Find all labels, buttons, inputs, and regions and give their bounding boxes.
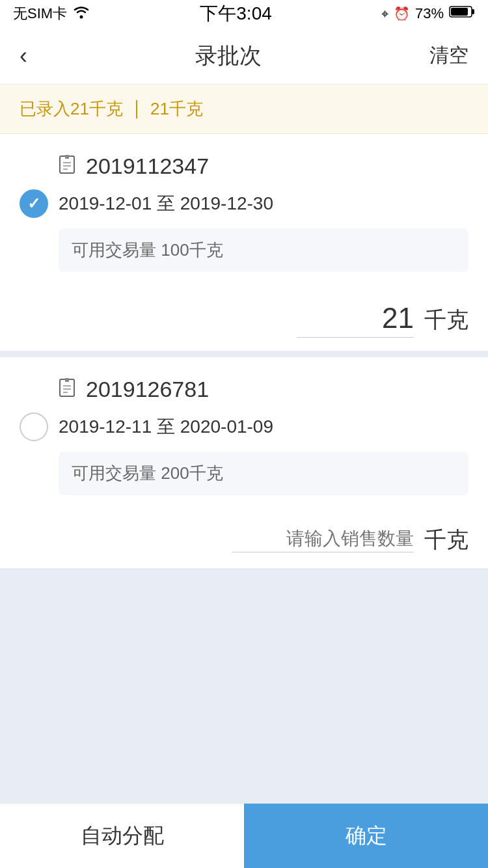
quantity-input-2[interactable]	[232, 528, 414, 549]
svg-point-0	[80, 16, 83, 19]
confirm-button[interactable]: 确定	[244, 804, 488, 868]
batch-date-row-1[interactable]: 2019-12-01 至 2019-12-30	[20, 189, 468, 218]
quantity-display-1: 21 千克	[0, 295, 488, 351]
svg-rect-5	[65, 155, 69, 159]
batch-date-1: 2019-12-01 至 2019-12-30	[59, 191, 273, 216]
footer: 自动分配 确定	[0, 803, 488, 868]
quantity-unit-1: 千克	[424, 305, 468, 335]
batch-header-2: 2019126781	[20, 377, 468, 402]
batch-icon-2	[59, 377, 79, 402]
nav-bar: ‹ 录批次 清空	[0, 27, 488, 85]
batch-item-1: 2019112347 2019-12-01 至 2019-12-30 可用交易量…	[0, 134, 488, 295]
batch-date-2: 2019-12-11 至 2020-01-09	[59, 414, 273, 439]
info-divider	[136, 100, 137, 118]
status-time: 下午3:04	[200, 1, 272, 26]
battery-icon	[449, 5, 475, 22]
quantity-value-1: 21	[382, 302, 414, 334]
batch-header-1: 2019112347	[20, 154, 468, 179]
status-bar: 无SIM卡 下午3:04 ⌖ ⏰ 73%	[0, 0, 488, 27]
auto-distribute-button[interactable]: 自动分配	[0, 804, 244, 868]
info-value: 21千克	[150, 98, 203, 120]
page-title: 录批次	[195, 41, 262, 71]
batch-icon-1	[59, 154, 79, 179]
no-sim-text: 无SIM卡	[13, 4, 67, 23]
available-qty-1: 可用交易量 100千克	[59, 228, 468, 272]
batch-item-2: 2019126781 2019-12-11 至 2020-01-09 可用交易量…	[0, 357, 488, 519]
back-button[interactable]: ‹	[20, 42, 27, 70]
batch-id-2: 2019126781	[86, 377, 209, 402]
status-right: ⌖ ⏰ 73%	[381, 5, 475, 22]
batch-id-1: 2019112347	[86, 154, 209, 179]
batch-date-row-2[interactable]: 2019-12-11 至 2020-01-09	[20, 413, 468, 441]
quantity-underline-1	[297, 337, 414, 338]
status-left: 无SIM卡	[13, 4, 90, 23]
svg-rect-3	[451, 8, 468, 16]
quantity-unit-2: 千克	[424, 525, 468, 555]
info-banner: 已录入21千克 21千克	[0, 85, 488, 134]
quantity-input-row-2[interactable]: 千克	[0, 519, 488, 568]
confirm-label: 确定	[346, 822, 387, 850]
auto-distribute-label: 自动分配	[81, 822, 164, 850]
batch-radio-1[interactable]	[20, 189, 48, 218]
location-icon: ⌖	[381, 7, 388, 21]
alarm-icon: ⏰	[394, 6, 410, 21]
recorded-label: 已录入21千克	[20, 98, 123, 120]
gray-area	[0, 568, 488, 828]
svg-rect-10	[65, 378, 69, 382]
batch-radio-2[interactable]	[20, 413, 48, 441]
available-qty-2: 可用交易量 200千克	[59, 452, 468, 495]
clear-button[interactable]: 清空	[429, 42, 468, 69]
wifi-icon	[72, 5, 90, 23]
battery-text: 73%	[415, 5, 444, 22]
batch-separator	[0, 351, 488, 357]
svg-rect-2	[472, 9, 474, 14]
quantity-underline-2	[232, 552, 414, 552]
